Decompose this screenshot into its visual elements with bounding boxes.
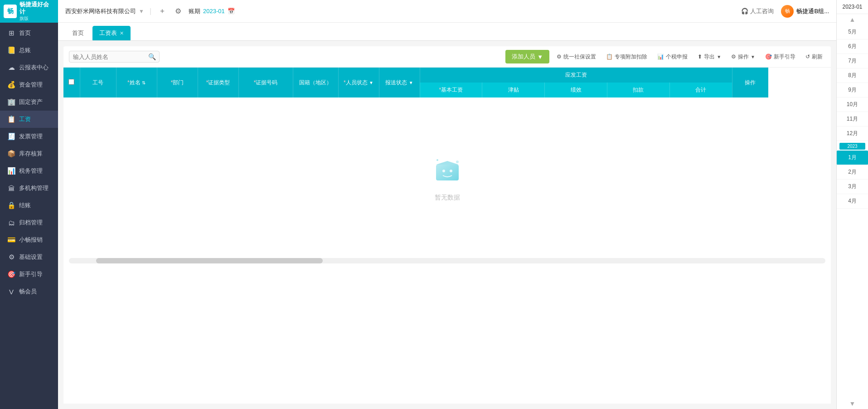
sidebar-item-settings-label: 基础设置 <box>19 253 43 261</box>
scrollbar-track[interactable] <box>69 258 825 263</box>
report-status-filter-icon[interactable]: ▼ <box>409 80 413 85</box>
operation-icon: ⚙ <box>731 54 736 60</box>
period-item-2023-03[interactable]: 3月 <box>837 180 868 194</box>
sidebar-item-archive-label: 归档管理 <box>19 219 43 227</box>
svg-rect-0 <box>436 165 459 180</box>
sidebar-item-expense[interactable]: 💳 小畅报销 <box>0 231 58 248</box>
period-list: 5月 6月 7月 8月 9月 10月 11月 12月 2023 1月 2月 3月… <box>837 25 868 398</box>
person-status-filter-icon[interactable]: ▼ <box>369 80 373 85</box>
operation-btn[interactable]: ⚙ 操作 ▼ <box>728 51 758 63</box>
user-label: 畅捷通B组... <box>796 7 829 15</box>
svg-point-5 <box>436 159 438 161</box>
new-guide-btn[interactable]: 🎯 新手引导 <box>762 51 798 63</box>
th-checkbox[interactable] <box>63 68 80 97</box>
topbar-right: 🎧 人工咨询 畅 畅捷通B组... <box>741 5 829 18</box>
period-item-2022-12[interactable]: 12月 <box>837 127 868 141</box>
sidebar-item-invoice-label: 发票管理 <box>19 132 43 141</box>
th-name: *姓名 ⇅ <box>116 68 157 97</box>
cloud-icon: ☁ <box>7 63 15 72</box>
calendar-icon[interactable]: 📅 <box>228 8 235 15</box>
th-report-status: 报送状态 ▼ <box>379 68 420 97</box>
toolbar-right: 添加人员 ▼ ⚙ 统一社保设置 📋 专项附加扣除 📊 个税申报 ⬆ 导出 <box>505 50 825 63</box>
guide-icon: 🎯 <box>7 270 15 278</box>
sidebar-item-multi-org[interactable]: 🏛 多机构管理 <box>0 180 58 197</box>
empty-cell: 暂无数据 <box>63 97 831 256</box>
th-allowance: 津贴 <box>482 83 545 97</box>
toolbar: 🔍 添加人员 ▼ ⚙ 统一社保设置 📋 专项附加扣除 📊 个税申报 <box>63 46 831 68</box>
company-selector[interactable]: 西安虾米网络科技有限公司 ▼ <box>65 7 144 15</box>
period-item-2022-07[interactable]: 7月 <box>837 54 868 68</box>
salary-table-container: 工号 *姓名 ⇅ *部门 *证据类型 *证据号码 <box>63 68 831 404</box>
user-menu[interactable]: 畅 畅捷通B组... <box>781 5 829 18</box>
period-item-2022-10[interactable]: 10月 <box>837 97 868 112</box>
sidebar-nav: ⊞ 首页 📒 总账 ☁ 云报表中心 💰 资金管理 🏢 固定资产 📋 工资 🧾 发… <box>0 23 58 409</box>
sidebar-item-home[interactable]: ⊞ 首页 <box>0 24 58 42</box>
refresh-btn[interactable]: ↺ 刷新 <box>803 51 825 63</box>
export-btn[interactable]: ⬆ 导出 ▼ <box>695 51 724 63</box>
operation-label: 操作 <box>738 53 749 61</box>
period-item-2022-11[interactable]: 11月 <box>837 112 868 127</box>
period-value: 2023-01 <box>203 8 225 15</box>
sidebar-item-archive[interactable]: 🗂 归档管理 <box>0 214 58 231</box>
topbar: 西安虾米网络科技有限公司 ▼ | ＋ ⚙ 账期 2023-01 📅 🎧 人工咨询… <box>58 0 836 23</box>
sidebar-item-guide-label: 新手引导 <box>19 270 43 278</box>
sidebar-item-salary-label: 工资 <box>19 115 31 123</box>
svg-point-3 <box>450 170 452 172</box>
special-deduct-btn[interactable]: 📋 专项附加扣除 <box>603 51 650 63</box>
sidebar-item-inventory[interactable]: 📦 库存核算 <box>0 145 58 162</box>
tax-report-label: 个税申报 <box>666 53 688 61</box>
company-settings-button[interactable]: ⚙ <box>173 5 183 17</box>
social-security-btn[interactable]: ⚙ 统一社保设置 <box>554 51 599 63</box>
special-deduct-icon: 📋 <box>606 54 613 60</box>
sidebar-item-close-label: 结账 <box>19 201 31 209</box>
tab-home[interactable]: 首页 <box>65 26 91 40</box>
sidebar-item-ledger[interactable]: 📒 总账 <box>0 42 58 59</box>
sidebar-item-settings[interactable]: ⚙ 基础设置 <box>0 248 58 266</box>
export-arrow-icon: ▼ <box>717 54 721 59</box>
sidebar-item-cloud-label: 云报表中心 <box>19 63 48 72</box>
th-performance: 绩效 <box>545 83 607 97</box>
tab-close-icon[interactable]: ✕ <box>120 30 124 36</box>
add-company-button[interactable]: ＋ <box>157 5 168 18</box>
service-label: 人工咨询 <box>750 7 774 15</box>
add-person-button[interactable]: 添加人员 ▼ <box>505 50 549 63</box>
period-scroll-up-btn[interactable]: ▲ <box>837 14 868 25</box>
sidebar-item-close[interactable]: 🔒 结账 <box>0 197 58 214</box>
th-dept: *部门 <box>157 68 198 97</box>
sidebar-item-salary[interactable]: 📋 工资 <box>0 111 58 128</box>
scrollbar-thumb[interactable] <box>96 258 323 263</box>
inventory-icon: 📦 <box>7 150 15 158</box>
th-salary-group: 应发工资 <box>420 68 732 83</box>
sidebar-item-guide[interactable]: 🎯 新手引导 <box>0 266 58 283</box>
period-item-2022-08[interactable]: 8月 <box>837 68 868 83</box>
tab-salary-table[interactable]: 工资表 ✕ <box>92 26 131 40</box>
name-sort-icon[interactable]: ⇅ <box>142 80 145 85</box>
sidebar-item-fund[interactable]: 💰 资金管理 <box>0 76 58 93</box>
social-security-icon: ⚙ <box>557 54 562 60</box>
settings-icon: ⚙ <box>7 253 15 261</box>
table-body: 暂无数据 <box>63 97 831 256</box>
fixed-assets-icon: 🏢 <box>7 98 15 106</box>
tabbar: 首页 工资表 ✕ <box>58 23 836 41</box>
sidebar-item-cloud-report[interactable]: ☁ 云报表中心 <box>0 59 58 76</box>
service-btn[interactable]: 🎧 人工咨询 <box>741 7 774 15</box>
period-scroll-down-btn[interactable]: ▼ <box>837 398 868 409</box>
period-item-2023-04[interactable]: 4月 <box>837 194 868 209</box>
sidebar-item-tax[interactable]: 📊 税务管理 <box>0 162 58 180</box>
th-total: 合计 <box>669 83 732 97</box>
th-person-status: *人员状态 ▼ <box>338 68 379 97</box>
sidebar-item-member[interactable]: V 畅会员 <box>0 283 58 300</box>
sidebar-item-fixed-assets[interactable]: 🏢 固定资产 <box>0 93 58 111</box>
period-item-2023-02[interactable]: 2月 <box>837 165 868 180</box>
empty-text: 暂无数据 <box>435 194 460 202</box>
period-item-2022-06[interactable]: 6月 <box>837 39 868 54</box>
period-item-2022-05[interactable]: 5月 <box>837 25 868 39</box>
th-idnum: *证据号码 <box>238 68 293 97</box>
period-item-2023-01[interactable]: 1月 <box>837 151 868 165</box>
tax-report-btn[interactable]: 📊 个税申报 <box>655 51 690 63</box>
period-item-2022-09[interactable]: 9月 <box>837 83 868 97</box>
sidebar-item-invoice[interactable]: 🧾 发票管理 <box>0 128 58 145</box>
svg-marker-1 <box>436 161 459 165</box>
search-input[interactable] <box>73 54 145 60</box>
select-all-checkbox[interactable] <box>68 79 74 85</box>
